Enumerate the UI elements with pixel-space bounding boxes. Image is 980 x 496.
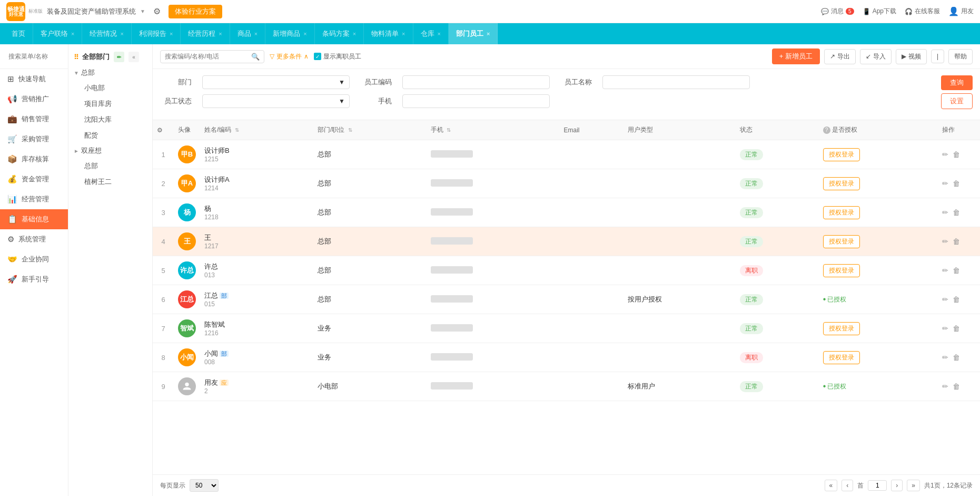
edit-btn[interactable]: ✏ (942, 382, 948, 391)
edit-btn[interactable]: ✏ (942, 353, 948, 362)
emp-name-input[interactable] (602, 75, 750, 89)
dept-item-shenyangdaku[interactable]: 沈阳大库 (68, 112, 152, 128)
try-btn[interactable]: 体验行业方案 (169, 5, 222, 18)
auth-login-btn[interactable]: 授权登录 (823, 177, 860, 190)
left-nav-item-finance[interactable]: 💰资金管理 (0, 169, 68, 189)
nav-tab-经营历程[interactable]: 经营历程× (181, 23, 230, 44)
message-btn[interactable]: 💬 消息 5 (821, 7, 854, 16)
delete-btn[interactable]: 🗑 (953, 382, 960, 391)
dept-item-xiangmuküfang[interactable]: 项目库房 (68, 96, 152, 112)
page-number-input[interactable] (868, 480, 887, 491)
close-tab-icon[interactable]: × (487, 31, 490, 37)
close-tab-icon[interactable]: × (353, 31, 356, 37)
delete-btn[interactable]: 🗑 (953, 179, 960, 188)
per-page-select[interactable]: 50 20 100 (190, 479, 219, 492)
auth-login-btn[interactable]: 授权登录 (823, 235, 860, 248)
query-btn[interactable]: 查询 (941, 75, 973, 90)
delete-btn[interactable]: 🗑 (953, 353, 960, 362)
edit-btn[interactable]: ✏ (942, 208, 948, 217)
delete-btn[interactable]: 🗑 (953, 208, 960, 217)
online-service-btn[interactable]: 🎧 在线客服 (905, 7, 940, 16)
dept-filter-select[interactable]: ▼ (202, 75, 350, 89)
edit-btn[interactable]: ✏ (942, 179, 948, 188)
left-nav-item-purchase[interactable]: 🛒采购管理 (0, 129, 68, 149)
dept-item-shuangzuoxiang[interactable]: ► 双座想 (68, 143, 152, 158)
close-tab-icon[interactable]: × (254, 31, 258, 37)
emp-code-input[interactable] (402, 75, 550, 89)
nav-tab-利润报告[interactable]: 利润报告× (132, 23, 181, 44)
extra-btn[interactable]: 帮助 (948, 49, 973, 64)
left-nav-item-marketing[interactable]: 📢营销推广 (0, 89, 68, 109)
show-resigned-checkbox[interactable]: ✓ (314, 53, 321, 60)
nav-tab-经营情况[interactable]: 经营情况× (82, 23, 131, 44)
add-employee-btn[interactable]: + 新增员工 (772, 48, 820, 64)
dept-tree-collapse-btn[interactable]: « (128, 52, 139, 62)
close-tab-icon[interactable]: × (71, 31, 74, 37)
status-filter-select[interactable]: ▼ (202, 94, 350, 108)
next-page-btn[interactable]: › (891, 480, 903, 491)
delete-btn[interactable]: 🗑 (953, 237, 960, 246)
edit-btn[interactable]: ✏ (942, 324, 948, 333)
edit-btn[interactable]: ✏ (942, 266, 948, 275)
dept-item-zhishuwanger[interactable]: 植树王二 (68, 174, 152, 190)
nav-tab-新增商品[interactable]: 新增商品× (265, 23, 314, 44)
prev-page-btn[interactable]: ‹ (842, 480, 853, 491)
set-btn[interactable]: 设置 (941, 93, 973, 109)
delete-btn[interactable]: 🗑 (953, 266, 960, 275)
export-btn[interactable]: ↗ 导出 (824, 49, 856, 64)
edit-btn[interactable]: ✏ (942, 295, 948, 304)
auth-login-btn[interactable]: 授权登录 (823, 264, 860, 277)
edit-btn[interactable]: ✏ (942, 150, 948, 159)
left-nav-item-sales[interactable]: 💼销售管理 (0, 109, 68, 129)
nav-tab-首页[interactable]: 首页 (4, 23, 33, 44)
app-download-btn[interactable]: 📱 App下载 (863, 7, 896, 16)
auth-login-btn[interactable]: 授权登录 (823, 148, 860, 161)
left-nav-item-system[interactable]: ⚙系统管理 (0, 229, 68, 249)
close-tab-icon[interactable]: × (120, 31, 123, 37)
left-nav-item-cooperation[interactable]: 🤝企业协同 (0, 249, 68, 269)
sort-icon-name[interactable]: ⇅ (235, 127, 239, 133)
view-btn[interactable]: ▶ 视频 (896, 49, 927, 64)
nav-tab-部门员工[interactable]: 部门员工× (449, 23, 498, 44)
nav-tab-物料清单[interactable]: 物料清单× (364, 23, 413, 44)
phone-input[interactable] (402, 94, 550, 108)
search-input[interactable] (165, 53, 249, 60)
nav-tab-条码方案[interactable]: 条码方案× (315, 23, 364, 44)
dept-tree-edit-btn[interactable]: ✏ (114, 52, 124, 62)
delete-btn[interactable]: 🗑 (953, 295, 960, 304)
show-resigned-toggle[interactable]: ✓ 显示离职员工 (314, 52, 361, 61)
edit-btn[interactable]: ✏ (942, 237, 948, 246)
close-tab-icon[interactable]: × (303, 31, 306, 37)
sort-icon-dept[interactable]: ⇅ (348, 127, 352, 133)
close-tab-icon[interactable]: × (402, 31, 405, 37)
delete-btn[interactable]: 🗑 (953, 324, 960, 333)
left-nav-item-inventory[interactable]: 📦库存核算 (0, 149, 68, 169)
last-page-btn[interactable]: » (907, 480, 920, 491)
dept-item-peihuo[interactable]: 配货 (68, 128, 152, 143)
left-nav-item-operations[interactable]: 📊经营管理 (0, 189, 68, 209)
close-tab-icon[interactable]: × (219, 31, 222, 37)
system-dropdown-arrow[interactable]: ▼ (140, 8, 145, 14)
close-tab-icon[interactable]: × (438, 31, 441, 37)
nav-tab-仓库[interactable]: 仓库× (413, 23, 449, 44)
delete-btn[interactable]: 🗑 (953, 150, 960, 159)
sort-icon-phone[interactable]: ⇅ (447, 127, 451, 133)
left-nav-item-guide[interactable]: 🚀新手引导 (0, 269, 68, 289)
auth-login-btn[interactable]: 授权登录 (823, 206, 860, 219)
left-nav-item-quick-nav[interactable]: ⊞快速导航 (0, 69, 68, 89)
settings-icon-top[interactable]: ⚙ (150, 4, 164, 19)
help-btn[interactable]: | (931, 50, 944, 63)
nav-tab-客户联络[interactable]: 客户联络× (33, 23, 82, 44)
user-btn[interactable]: 👤 用友 (948, 6, 974, 16)
dept-item-xiaodianbu[interactable]: 小电部 (68, 80, 152, 96)
import-btn[interactable]: ↙ 导入 (860, 49, 892, 64)
dept-item-zongbu2[interactable]: 总部 (68, 158, 152, 174)
left-nav-item-basic-info[interactable]: 📋基础信息 (0, 209, 68, 229)
close-tab-icon[interactable]: × (170, 31, 173, 37)
dept-section-zongbu[interactable]: ▼ 总部 (68, 65, 152, 80)
first-page-btn[interactable]: « (825, 480, 838, 491)
auth-login-btn[interactable]: 授权登录 (823, 322, 860, 335)
auth-login-btn[interactable]: 授权登录 (823, 351, 860, 364)
nav-tab-商品[interactable]: 商品× (230, 23, 265, 44)
more-filter-btn[interactable]: ▽ 更多条件 ∧ (270, 52, 309, 61)
